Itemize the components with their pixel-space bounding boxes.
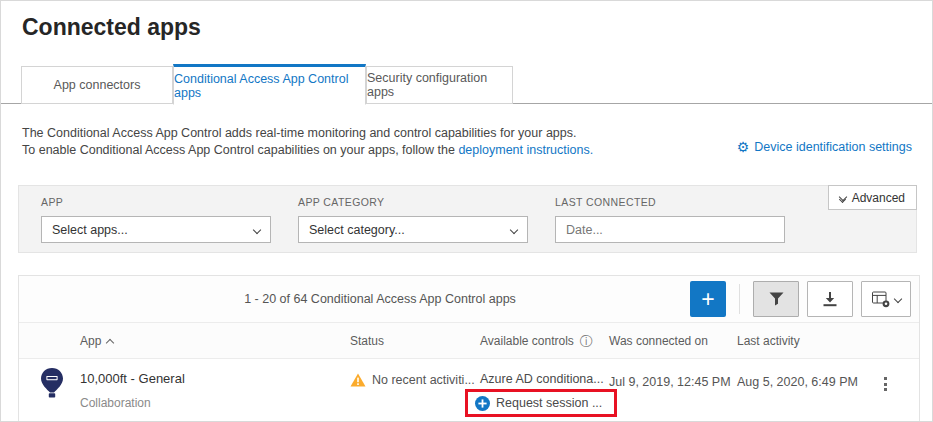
available-control-conditional-access[interactable]: Azure AD conditiona...: [480, 372, 604, 386]
table-header-row: App Status Available controls ⓘ Was conn…: [19, 323, 919, 359]
status-text: No recent activiti...: [372, 373, 475, 387]
gear-icon: ⚙: [737, 140, 750, 154]
export-download-button[interactable]: [807, 281, 853, 317]
info-icon[interactable]: ⓘ: [580, 335, 593, 348]
tab-conditional-access-app-control-apps[interactable]: Conditional Access App Control apps: [173, 64, 366, 105]
table-toolbar: 1 - 20 of 64 Conditional Access App Cont…: [19, 276, 919, 323]
column-header-status[interactable]: Status: [350, 334, 384, 348]
app-category-filter-value: Select category...: [309, 223, 405, 237]
download-icon: [822, 292, 838, 307]
app-filter-select[interactable]: Select apps...: [41, 216, 271, 243]
tab-label: Conditional Access App Control apps: [174, 72, 365, 100]
app-logo-balloon-icon: [41, 368, 63, 402]
table-settings-icon: [872, 291, 891, 308]
filter-label-app-category: APP CATEGORY: [298, 196, 528, 208]
connected-apps-page: Connected apps App connectors Conditiona…: [0, 0, 933, 422]
apps-table-container: 1 - 20 of 64 Conditional Access App Cont…: [18, 275, 920, 422]
request-session-control-link[interactable]: Request session ...: [496, 396, 602, 410]
row-actions-kebab-menu[interactable]: [872, 371, 898, 397]
chevron-down-icon: [893, 295, 901, 303]
filter-label-last-connected: LAST CONNECTED: [555, 196, 785, 208]
column-label: Available controls: [480, 334, 574, 348]
column-header-was-connected-on[interactable]: Was connected on: [609, 334, 708, 348]
device-identification-settings-link[interactable]: ⚙ Device identification settings: [737, 140, 912, 154]
intro-line-2: To enable Conditional Access App Control…: [22, 142, 593, 159]
filter-group-app-category: APP CATEGORY Select category...: [298, 196, 528, 243]
filter-panel: Advanced APP Select apps... APP CATEGORY…: [18, 185, 917, 253]
deployment-instructions-link[interactable]: deployment instructions.: [458, 143, 593, 157]
warning-icon: [350, 373, 366, 387]
tab-strip: App connectors Conditional Access App Co…: [1, 63, 932, 104]
filter-group-app: APP Select apps...: [41, 196, 271, 243]
column-label: Last activity: [737, 334, 800, 348]
double-chevron-down-icon: [840, 194, 846, 202]
intro-line-2-prefix: To enable Conditional Access App Control…: [22, 143, 458, 157]
intro-line-1: The Conditional Access App Control adds …: [22, 125, 593, 142]
tab-security-configuration-apps[interactable]: Security configuration apps: [366, 66, 513, 104]
last-connected-date-input[interactable]: Date...: [555, 216, 785, 243]
advanced-label: Advanced: [852, 191, 905, 205]
toolbar-actions: +: [690, 281, 911, 317]
column-header-available-controls[interactable]: Available controls ⓘ: [480, 334, 593, 348]
table-row[interactable]: 10,000ft - General Collaboration No rece…: [19, 359, 919, 422]
advanced-filters-button[interactable]: Advanced: [828, 185, 917, 210]
column-header-last-activity[interactable]: Last activity: [737, 334, 800, 348]
app-category-filter-select[interactable]: Select category...: [298, 216, 528, 243]
was-connected-on-value: Jul 9, 2019, 12:45 PM: [609, 375, 731, 389]
column-label: Status: [350, 334, 384, 348]
tab-label: Security configuration apps: [367, 71, 512, 99]
column-label: App: [80, 334, 101, 348]
app-filter-value: Select apps...: [52, 223, 128, 237]
funnel-icon: [769, 292, 784, 306]
column-header-app[interactable]: App: [80, 334, 113, 348]
status-cell: No recent activiti...: [350, 373, 475, 387]
app-category: Collaboration: [80, 396, 151, 410]
tab-app-connectors[interactable]: App connectors: [21, 66, 173, 104]
add-app-button[interactable]: +: [690, 281, 726, 317]
last-connected-placeholder: Date...: [566, 223, 603, 237]
chevron-down-icon: [253, 225, 261, 233]
red-annotation-highlight: Request session ...: [465, 389, 617, 417]
intro-text: The Conditional Access App Control adds …: [22, 125, 593, 159]
filter-toggle-button[interactable]: [753, 281, 799, 317]
device-settings-label: Device identification settings: [754, 140, 912, 154]
sort-ascending-icon: [106, 338, 114, 346]
table-settings-button[interactable]: [861, 281, 911, 317]
filter-group-last-connected: LAST CONNECTED Date...: [555, 196, 785, 243]
page-title: Connected apps: [22, 14, 201, 41]
results-count: 1 - 20 of 64 Conditional Access App Cont…: [19, 292, 741, 306]
toolbar-divider: [739, 284, 740, 314]
last-activity-value: Aug 5, 2020, 6:49 PM: [737, 375, 858, 389]
tab-label: App connectors: [54, 78, 141, 92]
filter-label-app: APP: [41, 196, 271, 208]
app-name[interactable]: 10,000ft - General: [80, 371, 185, 386]
chevron-down-icon: [510, 225, 518, 233]
column-label: Was connected on: [609, 334, 708, 348]
add-circle-icon[interactable]: [475, 396, 490, 411]
